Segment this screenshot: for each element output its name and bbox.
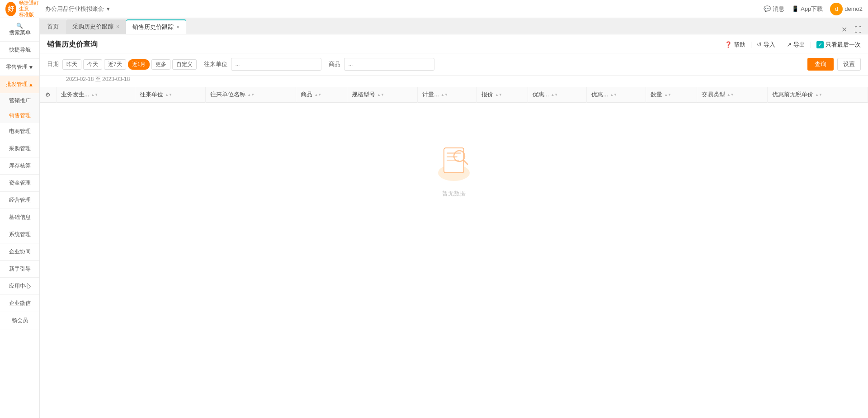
help-button[interactable]: ❓ 帮助 bbox=[725, 41, 745, 49]
sort-icon: ▲▼ bbox=[551, 93, 558, 97]
sidebar-item-wholesale[interactable]: 批发管理 ▲ bbox=[0, 76, 39, 93]
tab-bar: 首页 采购历史价跟踪 × 销售历史价跟踪 × ✕ ⛶ bbox=[40, 18, 868, 34]
sidebar-item-app-center[interactable]: 应用中心 bbox=[0, 278, 39, 295]
breadcrumb: 办公用品行业模拟账套 ▾ bbox=[45, 5, 110, 13]
right-panel: 首页 采购历史价跟踪 × 销售历史价跟踪 × ✕ ⛶ 销售历史价查询 bbox=[40, 18, 868, 418]
action-buttons: 查询 设置 bbox=[807, 58, 861, 71]
import-icon: ↺ bbox=[757, 41, 762, 48]
product-input[interactable] bbox=[344, 58, 434, 71]
date-label: 日期 bbox=[47, 60, 59, 68]
sidebar-item-retail[interactable]: 零售管理 ▼ bbox=[0, 59, 39, 76]
table-header-row: ⚙ 业务发生... ▲▼ 往来单位 bbox=[40, 87, 868, 103]
date-btn-7days[interactable]: 近7天 bbox=[104, 59, 126, 70]
help-icon: ❓ bbox=[725, 41, 732, 48]
sidebar-item-system[interactable]: 系统管理 bbox=[0, 226, 39, 243]
message-icon: 💬 bbox=[764, 5, 771, 12]
sort-icon: ▲▼ bbox=[441, 93, 448, 97]
divider2 bbox=[781, 42, 781, 48]
sidebar-item-purchase[interactable]: 采购管理 bbox=[0, 140, 39, 157]
sort-icon: ▲▼ bbox=[610, 93, 617, 97]
window-maximize-button[interactable]: ⛶ bbox=[853, 26, 863, 34]
empty-svg bbox=[431, 139, 476, 184]
user-menu[interactable]: d demo2 bbox=[830, 3, 863, 15]
content-area: 销售历史价查询 ❓ 帮助 ↺ 导入 ↗ 导出 bbox=[40, 34, 868, 418]
main-layout: 🔍 搜索菜单 快捷导航 零售管理 ▼ 批发管理 ▲ 营销推广 销售管理 电商管理… bbox=[0, 18, 868, 418]
source-input[interactable] bbox=[231, 58, 321, 71]
col-discount1[interactable]: 优惠... ▲▼ bbox=[528, 87, 587, 103]
tab-close-purchase[interactable]: × bbox=[116, 24, 119, 30]
only-last-checkbox[interactable]: ✓ 只看最后一次 bbox=[816, 41, 861, 49]
col-quantity[interactable]: 数量 ▲▼ bbox=[646, 87, 697, 103]
settings-button[interactable]: 设置 bbox=[837, 58, 861, 71]
source-unit-filter: 往来单位 bbox=[204, 58, 321, 71]
sidebar-item-sales-mgmt[interactable]: 销售管理 bbox=[0, 108, 39, 123]
date-btn-more[interactable]: 更多 bbox=[151, 59, 170, 70]
sidebar-item-enterprise-collab[interactable]: 企业协同 bbox=[0, 243, 39, 261]
message-button[interactable]: 💬 消息 bbox=[764, 5, 784, 13]
sidebar-item-quick-nav[interactable]: 快捷导航 bbox=[0, 42, 39, 59]
sort-icon: ▲▼ bbox=[247, 93, 255, 97]
date-btn-today[interactable]: 今天 bbox=[83, 59, 102, 70]
search-icon: 🔍 bbox=[16, 23, 23, 29]
tab-close-sales[interactable]: × bbox=[176, 24, 179, 30]
product-input-area bbox=[344, 58, 434, 71]
col-discount2[interactable]: 优惠... ▲▼ bbox=[587, 87, 646, 103]
topbar: 好 畅捷通好生意 标准版 办公用品行业模拟账套 ▾ 💬 消息 📱 App下载 d… bbox=[0, 0, 868, 18]
svg-rect-3 bbox=[447, 156, 458, 157]
col-trade-type[interactable]: 交易类型 ▲▼ bbox=[697, 87, 767, 103]
col-unit-code[interactable]: 往来单位 ▲▼ bbox=[135, 87, 206, 103]
col-spec[interactable]: 规格型号 ▲▼ bbox=[347, 87, 417, 103]
query-button[interactable]: 查询 bbox=[807, 58, 834, 71]
sidebar-item-marketing[interactable]: 营销推广 bbox=[0, 93, 39, 108]
export-icon: ↗ bbox=[787, 41, 792, 48]
sidebar-item-membership[interactable]: 畅会员 bbox=[0, 312, 39, 329]
col-unit[interactable]: 计量... ▲▼ bbox=[418, 87, 477, 103]
col-product[interactable]: 商品 ▲▼ bbox=[296, 87, 347, 103]
sidebar-item-operations[interactable]: 经营管理 bbox=[0, 192, 39, 209]
sort-icon: ▲▼ bbox=[495, 93, 502, 97]
date-btn-custom[interactable]: 自定义 bbox=[172, 59, 197, 70]
logo-text: 畅捷通好生意 标准版 bbox=[19, 0, 42, 18]
sidebar-item-search[interactable]: 🔍 搜索菜单 bbox=[0, 18, 39, 42]
page-header: 销售历史价查询 ❓ 帮助 ↺ 导入 ↗ 导出 bbox=[40, 34, 868, 53]
sidebar-item-guide[interactable]: 新手引导 bbox=[0, 261, 39, 278]
date-filter-group: 日期 昨天 今天 近7天 近1月 更多 自定义 bbox=[47, 59, 197, 70]
filter-area: 日期 昨天 今天 近7天 近1月 更多 自定义 往来单位 bbox=[40, 53, 868, 76]
app-download-button[interactable]: 📱 App下载 bbox=[792, 5, 823, 13]
divider bbox=[751, 42, 751, 48]
col-biz-date[interactable]: 业务发生... ▲▼ bbox=[56, 87, 135, 103]
date-range-display: 2023-02-18 至 2023-03-18 bbox=[66, 76, 130, 83]
sort-icon: ▲▼ bbox=[815, 93, 822, 97]
col-pretax-price[interactable]: 优惠前无税单价 ▲▼ bbox=[767, 87, 868, 103]
date-btn-1month[interactable]: 近1月 bbox=[128, 59, 150, 70]
data-table: ⚙ 业务发生... ▲▼ 往来单位 bbox=[40, 87, 868, 103]
col-unit-name[interactable]: 往来单位名称 ▲▼ bbox=[206, 87, 296, 103]
chevron-down-icon[interactable]: ▾ bbox=[107, 5, 110, 12]
chevron-down-icon: ▼ bbox=[28, 64, 34, 71]
logo-icon: 好 bbox=[5, 2, 16, 16]
sidebar-item-finance[interactable]: 资金管理 bbox=[0, 175, 39, 192]
sidebar-item-ecommerce[interactable]: 电商管理 bbox=[0, 123, 39, 140]
import-button[interactable]: ↺ 导入 bbox=[757, 41, 775, 49]
sidebar-item-basic-info[interactable]: 基础信息 bbox=[0, 209, 39, 226]
sidebar: 🔍 搜索菜单 快捷导航 零售管理 ▼ 批发管理 ▲ 营销推广 销售管理 电商管理… bbox=[0, 18, 40, 418]
window-close-button[interactable]: ✕ bbox=[840, 25, 849, 34]
sidebar-item-inventory[interactable]: 库存核算 bbox=[0, 157, 39, 175]
product-filter: 商品 bbox=[329, 58, 434, 71]
date-buttons: 昨天 今天 近7天 近1月 更多 自定义 bbox=[62, 59, 197, 70]
chevron-up-icon: ▲ bbox=[28, 81, 34, 88]
date-btn-yesterday[interactable]: 昨天 bbox=[62, 59, 81, 70]
source-input-area bbox=[231, 58, 321, 71]
tab-sales-history[interactable]: 销售历史价跟踪 × bbox=[126, 19, 186, 34]
col-settings: ⚙ bbox=[40, 87, 56, 103]
export-button[interactable]: ↗ 导出 bbox=[787, 41, 805, 49]
sidebar-item-wechat[interactable]: 企业微信 bbox=[0, 295, 39, 312]
date-range-row: 2023-02-18 至 2023-03-18 bbox=[40, 76, 868, 87]
col-price[interactable]: 报价 ▲▼ bbox=[477, 87, 528, 103]
settings-icon[interactable]: ⚙ bbox=[45, 91, 51, 98]
app-icon: 📱 bbox=[792, 5, 799, 12]
tab-purchase-history[interactable]: 采购历史价跟踪 × bbox=[66, 19, 126, 34]
topbar-left: 好 畅捷通好生意 标准版 办公用品行业模拟账套 ▾ bbox=[5, 0, 110, 18]
tab-home[interactable]: 首页 bbox=[40, 19, 66, 34]
tab-actions: ✕ ⛶ bbox=[840, 25, 868, 34]
